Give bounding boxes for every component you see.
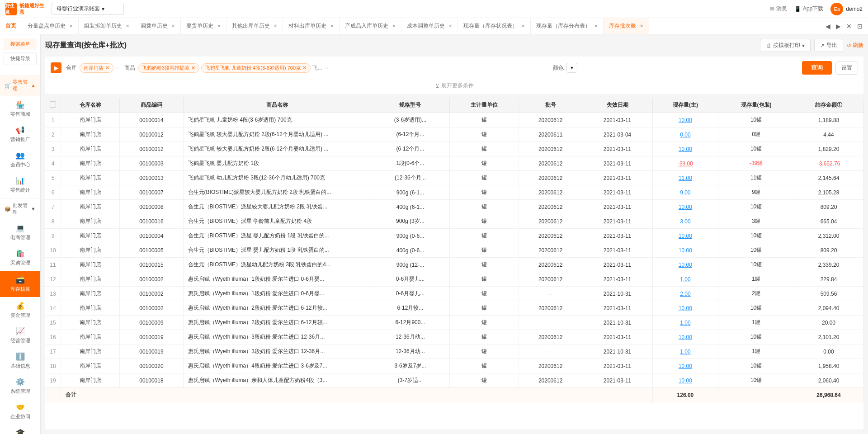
user-area[interactable]: Ea demo2 [830, 3, 863, 15]
cell-qty-main[interactable]: 10.00 [652, 113, 718, 127]
tab-next-icon[interactable]: ▶ [834, 22, 843, 31]
expand-filter-button[interactable]: ▶ [51, 62, 61, 73]
search-menu-button[interactable]: 搜索菜单 [4, 38, 37, 50]
cell-no: 13 [45, 287, 61, 301]
cell-qty-pack: 10罐 [718, 258, 794, 272]
select-all-checkbox[interactable] [50, 101, 56, 108]
cell-qty-main[interactable]: 3.00 [652, 214, 718, 229]
cell-unit: 罐 [450, 156, 519, 171]
sidebar-item-retail-stats[interactable]: 📊 零售统计 [3, 173, 38, 197]
cell-no: 7 [45, 200, 61, 214]
message-button[interactable]: ✉ 消息 [770, 5, 787, 13]
tab-close-icon[interactable]: ✕ [330, 24, 334, 28]
product-filter-label: 商品 [124, 64, 135, 72]
tab-close-icon[interactable]: ✕ [392, 24, 396, 28]
cell-code: 00100007 [120, 185, 183, 200]
sidebar-item-collab[interactable]: 🤝 企业协同 [3, 399, 38, 424]
app-icon: 📱 [794, 6, 801, 12]
export-button[interactable]: ↗ 导出 [814, 39, 843, 52]
cell-qty-pack: 10罐 [718, 301, 794, 316]
cell-qty-main[interactable]: 10.00 [652, 229, 718, 243]
sidebar-item-purchase[interactable]: 🛍️ 采购管理 [3, 245, 38, 270]
tab-close-icon[interactable]: ✕ [521, 24, 525, 28]
tab-close-icon[interactable]: ✕ [126, 24, 129, 28]
cell-qty-main[interactable]: 10.00 [652, 142, 718, 156]
tab-close-icon[interactable]: ✕ [171, 24, 175, 28]
tab-close-icon[interactable]: ✕ [640, 24, 643, 28]
cell-name: 合生元（BIOSTIME）派星 学龄前儿童配方奶粉 4段 [183, 214, 371, 229]
tab-9[interactable]: 现存量（库存状况表） ✕ [458, 18, 531, 34]
print-button[interactable]: 🖨 按模板打印 ▾ [760, 39, 811, 52]
cell-qty-main[interactable]: 10.00 [652, 258, 718, 272]
cell-qty-main[interactable]: 1.00 [652, 272, 718, 287]
more-filter-icon[interactable]: ··· [115, 65, 120, 71]
sidebar-item-inventory[interactable]: 🗃️ 库存核算 [0, 271, 40, 297]
sidebar-item-wholesale[interactable]: 📦 批发管理 ▼ [0, 198, 40, 219]
col-qty-pack: 现存量(包装) [718, 98, 794, 113]
sidebar-item-system[interactable]: ⚙️ 系统管理 [3, 374, 38, 398]
quick-nav-button[interactable]: 快捷导航 [4, 52, 37, 65]
cell-qty-main[interactable]: 10.00 [652, 200, 718, 214]
tab-menu-icon[interactable]: ⊡ [855, 22, 864, 31]
sidebar-item-operations[interactable]: 📈 经营管理 [3, 323, 38, 348]
remove-product-tag-2-icon[interactable]: ✕ [302, 65, 307, 71]
export-icon: ↗ [820, 42, 825, 49]
cell-qty-main[interactable]: -39.00 [652, 156, 718, 171]
sidebar-item-finance[interactable]: 💰 资金管理 [3, 298, 38, 322]
company-selector[interactable]: 母婴行业演示账套 ▾ [52, 3, 124, 15]
tab-prev-icon[interactable]: ◀ [824, 22, 832, 31]
tab-1[interactable]: 分量盘点单历史 ✕ [22, 18, 79, 34]
setting-button[interactable]: 设置 [835, 61, 858, 75]
remove-product-tag-1-icon[interactable]: ✕ [191, 65, 195, 71]
cell-qty-main[interactable]: 10.00 [652, 359, 718, 373]
cell-qty-main[interactable]: 10.00 [652, 373, 718, 388]
sidebar-item-retail-shop[interactable]: 🏪 零售商城 [3, 97, 38, 121]
sidebar-item-ecommerce[interactable]: 💻 电商管理 [3, 220, 38, 245]
sidebar-item-guide[interactable]: 🎓 新手引导 [3, 425, 38, 434]
tab-3[interactable]: 调拨单历史 ✕ [135, 18, 181, 34]
sidebar-item-retail-mgmt[interactable]: 🛒 零售管理 ▲ [0, 75, 40, 96]
cell-qty-main[interactable]: 0.00 [652, 127, 718, 142]
tab-5[interactable]: 其他出库单历史 ✕ [226, 18, 283, 34]
query-button[interactable]: 查询 [802, 61, 832, 75]
tab-close-icon[interactable]: ✕ [217, 24, 221, 28]
sidebar: 搜索菜单 快捷导航 🛒 零售管理 ▲ 🏪 零售商城 📢 营销推广 👥 会员中心 [0, 34, 41, 434]
cell-qty-main[interactable]: 10.00 [652, 243, 718, 258]
sidebar-item-marketing[interactable]: 📢 营销推广 [3, 122, 38, 146]
sidebar-item-basics[interactable]: ℹ️ 基础信息 [3, 349, 38, 373]
cell-qty-main[interactable]: 11.00 [652, 171, 718, 185]
tab-close-icon[interactable]: ✕ [594, 24, 598, 28]
tab-10[interactable]: 现存量（库存分布表） ✕ [531, 18, 604, 34]
cell-qty-main[interactable]: 1.00 [652, 344, 718, 359]
tab-close-all-icon[interactable]: ✕ [844, 22, 854, 31]
tab-6[interactable]: 材料出库单历史 ✕ [283, 18, 340, 34]
color-dropdown[interactable]: ▾ [566, 63, 577, 73]
tab-7[interactable]: 产成品入库单历史 ✕ [340, 18, 401, 34]
expand-more-button[interactable]: ⊻ 展开更多条件 [51, 82, 858, 90]
cell-qty-main[interactable]: 9.00 [652, 185, 718, 200]
cell-amount: 2,060.40 [794, 373, 863, 388]
tab-4[interactable]: 要货单历史 ✕ [181, 18, 226, 34]
refresh-button[interactable]: ↺ 刷新 [847, 42, 863, 49]
sidebar-label: 营销推广 [10, 136, 30, 143]
cell-qty-main[interactable]: 1.00 [652, 316, 718, 330]
app-download-button[interactable]: 📱 App下载 [794, 5, 823, 13]
sidebar-item-member[interactable]: 👥 会员中心 [3, 147, 38, 172]
remove-warehouse-tag-icon[interactable]: ✕ [105, 65, 109, 71]
tab-close-icon[interactable]: ✕ [448, 24, 452, 28]
cell-spec: 12-36月幼... [371, 330, 449, 344]
cell-unit: 罐 [450, 200, 519, 214]
cell-qty-main[interactable]: 2.00 [652, 287, 718, 301]
cell-spec: 6-12月900... [371, 316, 449, 330]
avatar: Ea [830, 3, 843, 15]
tab-8[interactable]: 成本调整单历史 ✕ [401, 18, 458, 34]
product-more-icon[interactable]: 飞... ··· [312, 64, 328, 72]
tab-close-icon[interactable]: ✕ [69, 24, 73, 28]
cell-amount: 4.44 [794, 127, 863, 142]
cell-qty-main[interactable]: 10.00 [652, 330, 718, 344]
tab-home[interactable]: 首页 [0, 18, 22, 34]
tab-close-icon[interactable]: ✕ [274, 24, 277, 28]
cell-qty-main[interactable]: 10.00 [652, 301, 718, 316]
tab-2[interactable]: 组装拆卸单历史 ✕ [79, 18, 135, 34]
tab-11[interactable]: 库存批次账 ✕ [604, 18, 649, 34]
